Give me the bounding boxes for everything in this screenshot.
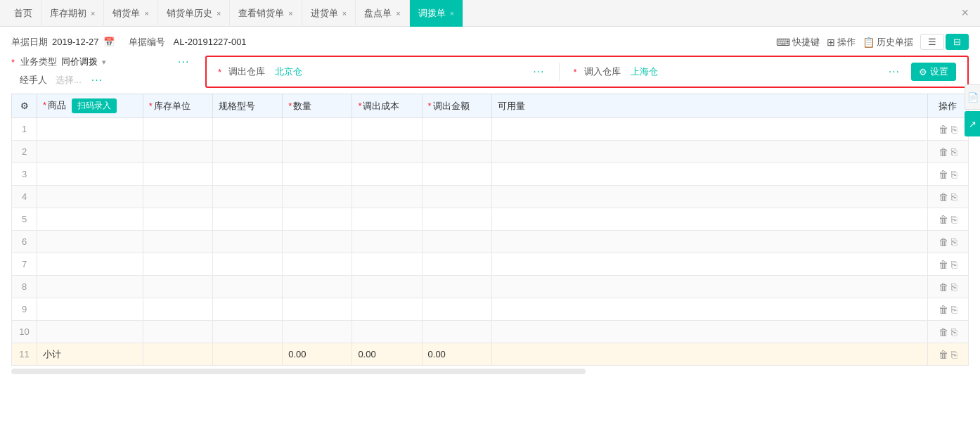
handler-select[interactable]: 选择...: [56, 74, 82, 87]
row-qty-1[interactable]: [283, 118, 352, 141]
delete-icon-10[interactable]: 🗑: [939, 326, 948, 338]
tab-inventory-init-close[interactable]: ×: [91, 9, 95, 18]
row-qty-6[interactable]: [283, 231, 352, 253]
row-spec-11[interactable]: [213, 343, 283, 366]
row-cost-3[interactable]: [352, 163, 422, 186]
row-cost-5[interactable]: [352, 208, 422, 231]
tab-view-sales-close[interactable]: ×: [288, 9, 292, 18]
row-cost-8[interactable]: [352, 276, 422, 298]
tab-sales-order-close[interactable]: ×: [144, 9, 148, 18]
delete-icon-7[interactable]: 🗑: [939, 259, 948, 270]
warehouse-out-value[interactable]: 北京仓: [275, 65, 302, 78]
tab-sales-history-close[interactable]: ×: [217, 9, 221, 18]
delete-icon-4[interactable]: 🗑: [939, 191, 948, 203]
row-available-6[interactable]: [491, 231, 927, 253]
tab-view-sales[interactable]: 查看销货单 ×: [230, 0, 302, 27]
warehouse-settings-button[interactable]: ⚙ 设置: [911, 63, 956, 81]
operations-button[interactable]: ⊞ 操作: [827, 36, 856, 49]
calendar-icon[interactable]: 📅: [103, 37, 115, 47]
row-unit-11[interactable]: [143, 343, 212, 366]
row-amount-5[interactable]: [422, 208, 491, 231]
row-amount-7[interactable]: [422, 253, 491, 276]
row-unit-10[interactable]: [143, 321, 212, 343]
sidebar-expand-button[interactable]: ↗: [965, 111, 980, 136]
col-gear[interactable]: ⚙: [12, 94, 37, 118]
row-qty-2[interactable]: [283, 141, 352, 163]
row-available-1[interactable]: [491, 118, 927, 141]
row-spec-1[interactable]: [213, 118, 283, 141]
delete-icon-3[interactable]: 🗑: [939, 169, 948, 180]
copy-icon-4[interactable]: ⎘: [951, 191, 957, 203]
tab-transfer-close[interactable]: ×: [450, 9, 454, 18]
row-spec-9[interactable]: [213, 298, 283, 321]
tab-inventory-check[interactable]: 盘点单 ×: [356, 0, 409, 27]
row-product-9[interactable]: [37, 298, 143, 321]
tab-bar-close-button[interactable]: ×: [955, 6, 974, 20]
row-amount-11[interactable]: 0.00: [422, 343, 491, 366]
row-available-3[interactable]: [491, 163, 927, 186]
delete-icon-9[interactable]: 🗑: [939, 304, 948, 315]
scan-button[interactable]: 扫码录入: [72, 98, 117, 113]
history-docs-button[interactable]: 📋 历史单据: [863, 36, 913, 49]
row-qty-11[interactable]: 0.00: [283, 343, 352, 366]
row-unit-4[interactable]: [143, 186, 212, 208]
row-amount-6[interactable]: [422, 231, 491, 253]
row-cost-2[interactable]: [352, 141, 422, 163]
row-available-9[interactable]: [491, 298, 927, 321]
row-amount-3[interactable]: [422, 163, 491, 186]
row-spec-3[interactable]: [213, 163, 283, 186]
copy-icon-3[interactable]: ⎘: [951, 169, 957, 180]
business-type-more-icon[interactable]: ···: [178, 56, 189, 68]
row-available-10[interactable]: [491, 321, 927, 343]
tab-sales-history[interactable]: 销货单历史 ×: [158, 0, 230, 27]
tab-home[interactable]: 首页: [6, 0, 41, 27]
row-cost-6[interactable]: [352, 231, 422, 253]
row-spec-4[interactable]: [213, 186, 283, 208]
row-amount-4[interactable]: [422, 186, 491, 208]
copy-icon-11[interactable]: ⎘: [951, 349, 957, 360]
row-amount-9[interactable]: [422, 298, 491, 321]
row-spec-2[interactable]: [213, 141, 283, 163]
business-type-select[interactable]: 同价调拨 ▾: [61, 56, 174, 68]
row-available-7[interactable]: [491, 253, 927, 276]
delete-icon-6[interactable]: 🗑: [939, 236, 948, 248]
tab-transfer[interactable]: 调拨单 ×: [410, 0, 463, 27]
row-spec-5[interactable]: [213, 208, 283, 231]
row-qty-3[interactable]: [283, 163, 352, 186]
row-product-11[interactable]: 小计: [37, 343, 143, 366]
copy-icon-1[interactable]: ⎘: [951, 124, 957, 135]
row-cost-10[interactable]: [352, 321, 422, 343]
row-cost-1[interactable]: [352, 118, 422, 141]
row-amount-8[interactable]: [422, 276, 491, 298]
delete-icon-8[interactable]: 🗑: [939, 281, 948, 293]
shortcut-button[interactable]: ⌨ 快捷键: [776, 36, 820, 49]
row-available-4[interactable]: [491, 186, 927, 208]
row-product-4[interactable]: [37, 186, 143, 208]
copy-icon-2[interactable]: ⎘: [951, 146, 957, 158]
row-unit-5[interactable]: [143, 208, 212, 231]
warehouse-out-more-icon[interactable]: ···: [533, 65, 544, 78]
row-unit-9[interactable]: [143, 298, 212, 321]
warehouse-in-more-icon[interactable]: ···: [889, 65, 900, 78]
sidebar-doc-button[interactable]: 📄: [965, 84, 980, 110]
row-amount-10[interactable]: [422, 321, 491, 343]
row-unit-6[interactable]: [143, 231, 212, 253]
handler-more-icon[interactable]: ···: [91, 74, 103, 87]
row-available-11[interactable]: [491, 343, 927, 366]
row-spec-7[interactable]: [213, 253, 283, 276]
row-product-1[interactable]: [37, 118, 143, 141]
row-qty-5[interactable]: [283, 208, 352, 231]
row-product-8[interactable]: [37, 276, 143, 298]
horizontal-scrollbar[interactable]: [11, 369, 586, 374]
delete-icon-2[interactable]: 🗑: [939, 146, 948, 158]
row-cost-4[interactable]: [352, 186, 422, 208]
copy-icon-6[interactable]: ⎘: [951, 236, 957, 248]
row-qty-9[interactable]: [283, 298, 352, 321]
copy-icon-9[interactable]: ⎘: [951, 304, 957, 315]
copy-icon-8[interactable]: ⎘: [951, 281, 957, 293]
tab-purchase[interactable]: 进货单 ×: [302, 0, 356, 27]
row-product-2[interactable]: [37, 141, 143, 163]
row-qty-4[interactable]: [283, 186, 352, 208]
row-cost-9[interactable]: [352, 298, 422, 321]
row-unit-1[interactable]: [143, 118, 212, 141]
